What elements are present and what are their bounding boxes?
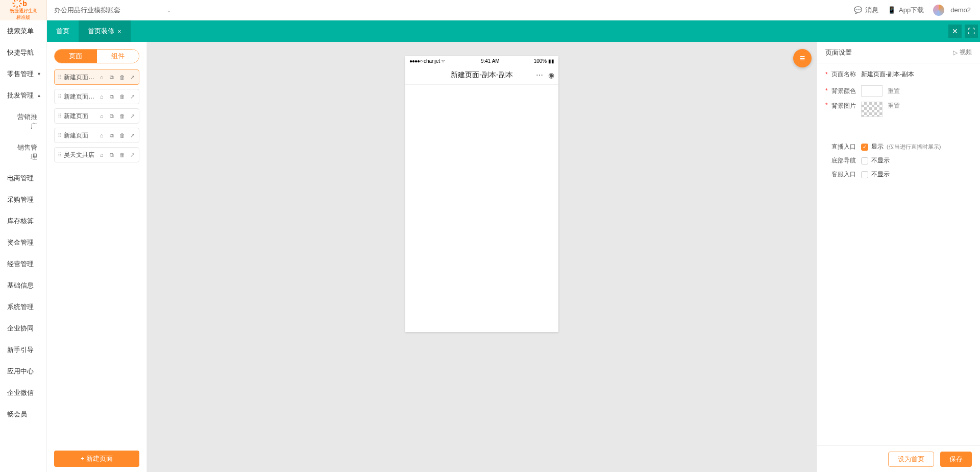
bg-image-reset-link[interactable]: 重置 [888, 102, 900, 110]
close-all-tabs-button[interactable]: ✕ [948, 25, 962, 38]
leftnav-item-9[interactable]: 资金管理 [0, 232, 46, 253]
leftnav-item-6[interactable]: 电商管理 [0, 168, 46, 189]
page-row[interactable]: ⠿新建页面⌂⧉🗑↗ [54, 128, 139, 143]
live-entry-checkbox[interactable]: ✓ [861, 144, 868, 151]
open-icon[interactable]: ↗ [129, 93, 136, 100]
service-entry-checkbox[interactable] [861, 171, 868, 178]
page-row[interactable]: ⠿新建页面⌂⧉🗑↗ [54, 108, 139, 124]
leftnav-item-3[interactable]: 批发管理▲ [0, 85, 46, 106]
required-marker: * [825, 87, 828, 95]
leftnav-item-11[interactable]: 基础信息 [0, 275, 46, 296]
leftnav-item-14[interactable]: 新手引导 [0, 339, 46, 361]
user-menu[interactable]: demo2 [933, 5, 971, 16]
leftnav-item-label: 系统管理 [7, 302, 34, 312]
tab-label: 首页装修 [88, 27, 114, 36]
bg-color-swatch[interactable] [861, 85, 883, 97]
drag-handle-icon[interactable]: ⠿ [58, 93, 61, 100]
tab-0[interactable]: 首页 [47, 20, 79, 42]
page-name-input[interactable] [861, 68, 972, 80]
leftnav-item-7[interactable]: 采购管理 [0, 189, 46, 210]
leftnav-item-label: 资金管理 [7, 238, 34, 247]
settings-title: 页面设置 [825, 48, 852, 57]
message-icon: 💬 [854, 6, 862, 14]
delete-icon[interactable]: 🗑 [118, 74, 126, 80]
settings-footer: 设为首页 保存 [817, 445, 980, 472]
copy-icon[interactable]: ⧉ [108, 74, 115, 81]
open-icon[interactable]: ↗ [129, 74, 136, 81]
app-download-label: App下载 [899, 6, 924, 15]
fullscreen-button[interactable]: ⛶ [965, 25, 978, 38]
leftnav-item-17[interactable]: 畅会员 [0, 404, 46, 425]
delete-icon[interactable]: 🗑 [118, 113, 126, 119]
copy-icon[interactable]: ⧉ [108, 152, 115, 158]
leftnav-item-0[interactable]: 搜索菜单 [0, 20, 46, 42]
tab-close-icon[interactable]: × [117, 28, 121, 35]
open-icon[interactable]: ↗ [129, 152, 136, 158]
phone-target-icon[interactable]: ◉ [548, 71, 554, 79]
copy-icon[interactable]: ⧉ [108, 113, 115, 120]
bg-color-label: 背景颜色 [831, 87, 861, 96]
open-icon[interactable]: ↗ [129, 132, 136, 139]
bg-color-reset-link[interactable]: 重置 [888, 87, 900, 96]
account-set-selector[interactable]: 办公用品行业模拟账套 ⌄ [54, 6, 172, 15]
logo-icon: ҉b [19, 0, 27, 8]
leftnav-item-10[interactable]: 经营管理 [0, 253, 46, 275]
bg-image-label: 背景图片 [831, 102, 861, 110]
delete-icon[interactable]: 🗑 [118, 93, 126, 100]
open-icon[interactable]: ↗ [129, 113, 136, 120]
leftnav-item-8[interactable]: 库存核算 [0, 210, 46, 232]
home-icon[interactable]: ⌂ [98, 74, 105, 80]
copy-icon[interactable]: ⧉ [108, 132, 115, 139]
app-download-button[interactable]: 📱 App下载 [888, 6, 924, 15]
toggle-page-tab[interactable]: 页面 [55, 50, 97, 63]
leftnav-item-16[interactable]: 企业微信 [0, 382, 46, 404]
home-icon[interactable]: ⌂ [98, 132, 105, 138]
drag-handle-icon[interactable]: ⠿ [58, 113, 61, 120]
save-button[interactable]: 保存 [940, 452, 972, 467]
page-row[interactable]: ⠿新建页面-副本-...⌂⧉🗑↗ [54, 69, 139, 85]
phone-more-icon[interactable]: ⋯ [536, 71, 543, 79]
home-icon[interactable]: ⌂ [98, 152, 105, 158]
messages-button[interactable]: 💬 消息 [854, 6, 878, 15]
topbar: ҉b 畅捷通好生意 标准版 办公用品行业模拟账套 ⌄ 💬 消息 📱 App下载 … [0, 0, 980, 20]
phone-time: 9:41 AM [481, 58, 500, 64]
set-home-button[interactable]: 设为首页 [888, 452, 934, 467]
toggle-component-tab[interactable]: 组件 [97, 50, 139, 63]
tab-1[interactable]: 首页装修× [79, 20, 131, 42]
live-show-label: 显示 [871, 143, 884, 151]
drag-handle-icon[interactable]: ⠿ [58, 132, 61, 139]
video-help-link[interactable]: ▷ 视频 [953, 48, 972, 57]
leftnav-item-label: 应用中心 [7, 367, 34, 376]
home-icon[interactable]: ⌂ [98, 93, 105, 100]
leftnav-item-15[interactable]: 应用中心 [0, 361, 46, 382]
drag-handle-icon[interactable]: ⠿ [58, 74, 61, 81]
service-entry-not-show: 不显示 [871, 170, 890, 179]
expand-icon: ▼ [37, 72, 41, 77]
live-hint: (仅当进行直播时展示) [887, 143, 941, 151]
leftnav-item-12[interactable]: 系统管理 [0, 296, 46, 318]
delete-icon[interactable]: 🗑 [118, 152, 126, 158]
page-row[interactable]: ⠿昊天文具店⌂⧉🗑↗ [54, 147, 139, 162]
brand-edition: 标准版 [16, 14, 30, 21]
battery-icon: ▮▮ [548, 58, 554, 64]
delete-icon[interactable]: 🗑 [118, 132, 126, 138]
bottom-nav-not-show: 不显示 [871, 156, 890, 165]
chevron-down-icon: ⌄ [166, 7, 172, 14]
leftnav-item-4[interactable]: 营销推广 [0, 106, 46, 137]
components-fab[interactable]: ≡ [793, 49, 812, 67]
drag-handle-icon[interactable]: ⠿ [58, 152, 61, 158]
leftnav-item-13[interactable]: 企业协同 [0, 318, 46, 339]
phone-carrier: ●●●●○ chanjet ᯤ [409, 58, 447, 64]
copy-icon[interactable]: ⧉ [108, 93, 115, 100]
bottom-nav-checkbox[interactable] [861, 157, 868, 164]
leftnav-item-2[interactable]: 零售管理▼ [0, 63, 46, 85]
bg-image-swatch[interactable] [861, 102, 883, 117]
home-icon[interactable]: ⌂ [98, 113, 105, 119]
left-nav: 搜索菜单快捷导航零售管理▼批发管理▲营销推广销售管理电商管理采购管理库存核算资金… [0, 20, 47, 472]
page-row[interactable]: ⠿新建页面-副本⌂⧉🗑↗ [54, 89, 139, 104]
new-page-button[interactable]: + 新建页面 [54, 451, 139, 467]
leftnav-item-1[interactable]: 快捷导航 [0, 42, 46, 63]
phone-status-bar: ●●●●○ chanjet ᯤ 9:41 AM 100% ▮▮ [405, 56, 558, 65]
required-marker: * [825, 71, 828, 78]
leftnav-item-5[interactable]: 销售管理 [0, 137, 46, 168]
